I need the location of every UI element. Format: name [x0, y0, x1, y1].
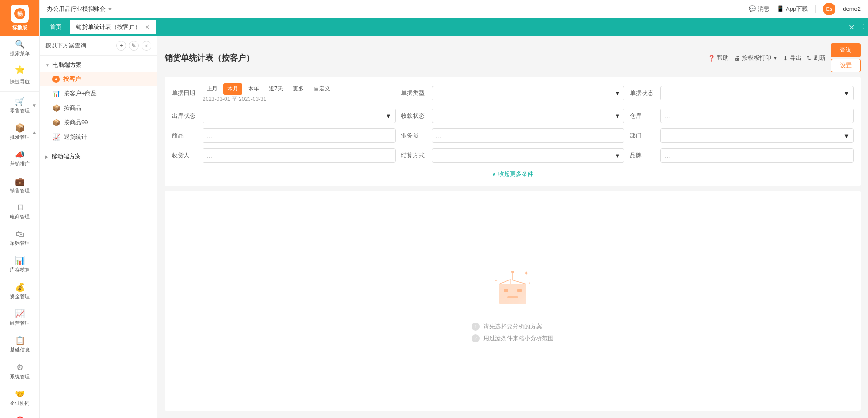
- mobile-section-header[interactable]: ▶ 移动端方案: [40, 150, 157, 163]
- status-control[interactable]: ▼: [660, 86, 854, 100]
- by-product-icon: 📦: [52, 104, 60, 112]
- sidebar-item-retail[interactable]: 🛒 零售管理 ▼: [0, 92, 39, 119]
- warehouse-control[interactable]: ...: [660, 109, 854, 123]
- receiver-control[interactable]: ...: [203, 148, 396, 163]
- retail-icon: 🛒: [15, 96, 25, 106]
- sidebar-item-guide[interactable]: 🎯 新手引导: [0, 411, 39, 418]
- receiver-label: 收货人: [172, 152, 199, 160]
- window-close-icon[interactable]: ✕: [849, 23, 854, 32]
- tab-home[interactable]: 首页: [43, 20, 68, 34]
- refresh-btn[interactable]: ↻ 刷新: [807, 54, 826, 62]
- cooperation-label: 企业协同: [10, 400, 30, 407]
- quick-nav-section[interactable]: ⭐ 快捷导航: [0, 61, 39, 92]
- product-control[interactable]: ...: [203, 128, 396, 143]
- template-print-btn[interactable]: 🖨 按模板打印 ▼: [734, 54, 778, 62]
- panel-item-by-customer[interactable]: ● 按客户: [40, 72, 157, 86]
- app-download-action[interactable]: 📱 App下载: [777, 5, 808, 13]
- sidebar-item-operations[interactable]: 📈 经营管理: [0, 304, 39, 331]
- sidebar-item-basic[interactable]: 📋 基础信息: [0, 331, 39, 358]
- sidebar-item-wholesale[interactable]: 📦 批发管理 ▲: [0, 119, 39, 145]
- desktop-section-header[interactable]: ▼ 电脑端方案: [40, 58, 157, 72]
- filter-product: 商品 ...: [172, 128, 396, 143]
- collapse-panel-btn[interactable]: «: [142, 41, 151, 51]
- date-label: 单据日期: [172, 89, 199, 97]
- sidebar-item-cooperation[interactable]: 🤝 企业协同: [0, 385, 39, 411]
- sidebar-item-finance[interactable]: 💰 资金管理: [0, 278, 39, 304]
- filter-out-status: 出库状态 ▼: [172, 109, 396, 123]
- add-scheme-btn[interactable]: +: [116, 41, 126, 51]
- refresh-label: 刷新: [814, 54, 826, 62]
- date-btn-more[interactable]: 更多: [289, 83, 308, 95]
- export-btn[interactable]: ⬇ 导出: [783, 54, 802, 62]
- filter-date: 单据日期 上月 本月 本年 近7天 更多 自定义 2023-03-01 至 20…: [172, 83, 396, 103]
- user-name[interactable]: demo2: [843, 5, 861, 12]
- sidebar-item-ecommerce[interactable]: 🖥 电商管理: [0, 199, 39, 225]
- filter-warehouse: 仓库 ...: [630, 109, 854, 123]
- purchase-icon: 🛍: [16, 229, 24, 239]
- sidebar-item-sales[interactable]: 💼 销售管理: [0, 172, 39, 199]
- tip-num-2: 2: [472, 334, 480, 342]
- type-control[interactable]: ▼: [432, 86, 625, 100]
- avatar[interactable]: Ea: [823, 3, 835, 15]
- industry-select[interactable]: 办公用品行业模拟账套 ▼: [47, 5, 113, 13]
- settings-btn[interactable]: 设置: [831, 59, 861, 72]
- svg-text:畅: 畅: [17, 11, 23, 17]
- search-menu-label[interactable]: 搜索菜单: [10, 50, 30, 57]
- brand-control[interactable]: ...: [660, 148, 854, 163]
- panel-item-return-stats[interactable]: 📈 退货统计: [40, 130, 157, 144]
- tab-sales-stats[interactable]: 销货单统计表（按客户） ✕: [70, 20, 156, 34]
- empty-illustration: ✦ ✦ ✦: [486, 259, 540, 314]
- filter-row-2: 出库状态 ▼ 收款状态 ▼ 仓库: [172, 109, 854, 123]
- date-btn-7days[interactable]: 近7天: [265, 83, 287, 95]
- payment-method-label: 结算方式: [401, 152, 428, 160]
- empty-state: ✦ ✦ ✦ 1 请先选择要分析的方案 2 用过滤条件来缩小分析范围: [165, 191, 861, 411]
- receiver-placeholder: ...: [207, 152, 213, 159]
- brand-placeholder: ...: [665, 152, 671, 159]
- filter-department: 部门 ▼: [630, 128, 854, 143]
- filter-row-3: 商品 ... 业务员 ... 部门: [172, 128, 854, 143]
- query-btn[interactable]: 查询: [831, 43, 861, 57]
- basic-icon: 📋: [15, 336, 25, 346]
- marketing-icon: 📣: [15, 150, 25, 160]
- panel-item-by-product[interactable]: 📦 按商品: [40, 101, 157, 115]
- sidebar-search-section[interactable]: 🔍 搜索菜单: [0, 36, 39, 61]
- mobile-section: ▶ 移动端方案: [40, 147, 157, 166]
- date-btn-last-month[interactable]: 上月: [203, 83, 222, 95]
- industry-label: 办公用品行业模拟账套: [47, 5, 106, 13]
- window-expand-icon[interactable]: ⛶: [858, 23, 864, 32]
- panel-item-by-product99[interactable]: 📦 按商品99: [40, 115, 157, 130]
- collapse-btn[interactable]: ∧ 收起更多条件: [172, 168, 854, 180]
- sidebar-item-purchase[interactable]: 🛍 采购管理: [0, 225, 39, 251]
- salesperson-control[interactable]: ...: [432, 128, 625, 143]
- sidebar-item-system[interactable]: ⚙ 系统管理: [0, 358, 39, 385]
- logo[interactable]: 畅 标推版: [0, 0, 39, 36]
- quick-nav-label[interactable]: 快捷导航: [10, 76, 30, 88]
- brand-label: 品牌: [630, 152, 657, 160]
- department-dropdown-icon: ▼: [844, 133, 849, 139]
- svg-point-11: [511, 271, 514, 273]
- sidebar-item-marketing[interactable]: 📣 营销推广: [0, 145, 39, 172]
- edit-scheme-btn[interactable]: ✎: [129, 41, 139, 51]
- payment-method-control[interactable]: ▼: [432, 148, 625, 163]
- out-status-control[interactable]: ▼: [203, 109, 396, 123]
- date-btn-custom[interactable]: 自定义: [310, 83, 334, 95]
- warehouse-label: 仓库: [630, 112, 657, 120]
- message-action[interactable]: 💬 消息: [749, 5, 769, 13]
- sidebar-item-inventory[interactable]: 📊 库存核算: [0, 251, 39, 278]
- page-actions: ❓ 帮助 🖨 按模板打印 ▼ ⬇ 导出 ↻ 刷新: [708, 43, 861, 72]
- pay-status-dropdown-icon: ▼: [614, 113, 620, 119]
- warehouse-placeholder: ...: [665, 113, 671, 119]
- product-label: 商品: [172, 132, 199, 140]
- tab-close-icon[interactable]: ✕: [145, 24, 150, 30]
- department-control[interactable]: ▼: [660, 128, 854, 143]
- help-btn[interactable]: ❓ 帮助: [708, 54, 729, 62]
- template-print-icon: 🖨: [734, 55, 740, 62]
- cooperation-icon: 🤝: [15, 389, 25, 399]
- salesperson-label: 业务员: [401, 132, 428, 140]
- date-btn-this-month[interactable]: 本月: [223, 83, 242, 95]
- left-panel-header: 按以下方案查询 + ✎ «: [40, 36, 157, 56]
- filter-pay-status: 收款状态 ▼: [401, 109, 625, 123]
- pay-status-control[interactable]: ▼: [432, 109, 625, 123]
- panel-item-by-customer-product[interactable]: 📊 按客户+商品: [40, 86, 157, 101]
- date-btn-this-year[interactable]: 本年: [244, 83, 263, 95]
